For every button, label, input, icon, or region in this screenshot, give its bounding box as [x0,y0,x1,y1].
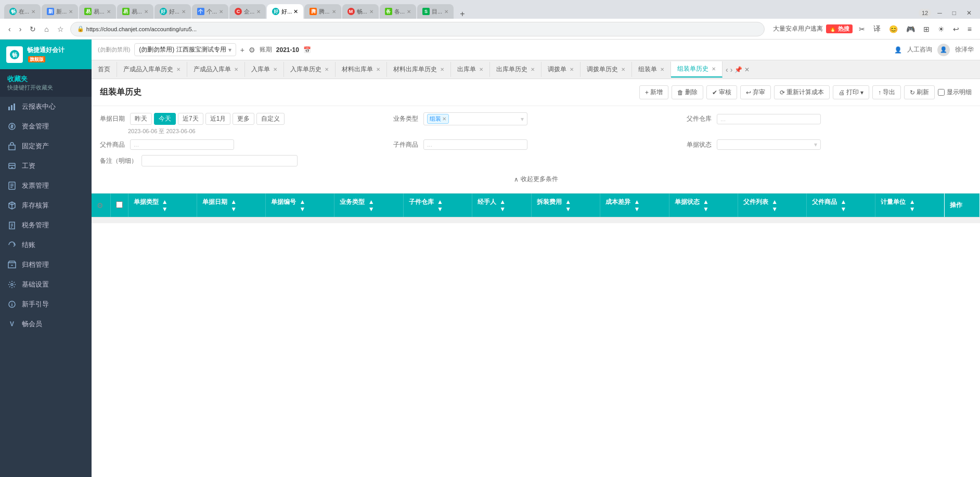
settings-gear-button[interactable]: ⚙ [249,46,255,54]
emoji-tool[interactable]: 😊 [887,23,900,35]
tab-close-2[interactable]: ✕ [234,67,238,72]
translate-tool[interactable]: 译 [871,22,883,36]
maximize-button[interactable]: □ [948,7,960,19]
col-bill-status[interactable]: 单据状态 ▲▼ [669,194,738,217]
sort-icon-parent-goods[interactable]: ▲▼ [840,198,846,213]
browser-tab-11[interactable]: 各 各... ✕ [380,4,416,19]
consultant-label[interactable]: 人工咨询 [907,45,932,54]
parent-warehouse-input[interactable]: ... [717,114,821,124]
browser-tab-2[interactable]: 新 新... ✕ [42,4,78,19]
sort-icon-business-type[interactable]: ▲▼ [368,198,375,213]
tab-close-5[interactable]: ✕ [376,67,380,72]
sidebar-item-report[interactable]: 云报表中心 [0,97,92,117]
company-selector[interactable]: (勿删勿禁用) 江西服宝测试专用 ▾ [134,43,236,56]
browser-tab-6[interactable]: 个 个... ✕ [192,4,228,19]
sort-icon-child-warehouse[interactable]: ▲▼ [437,198,443,213]
tab-close-8[interactable]: ✕ [531,67,535,72]
page-tab-6[interactable]: 材料出库单历史 ✕ [387,62,451,77]
browser-tab-9[interactable]: 腾 腾... ✕ [304,4,341,19]
tab-close-3[interactable]: ✕ [273,67,277,72]
col-parent-list[interactable]: 父件列表 ▲▼ [738,194,806,217]
sort-icon-bill-date[interactable]: ▲▼ [230,198,237,213]
tab-close-4[interactable]: ✕ [325,67,329,72]
delete-button[interactable]: 🗑 删除 [672,85,703,99]
export-button[interactable]: ↑ 导出 [872,85,901,99]
tab-close-3[interactable]: ✕ [107,9,111,15]
notes-input[interactable] [141,155,298,166]
tab-close-4[interactable]: ✕ [144,9,148,15]
show-detail-checkbox[interactable]: 显示明细 [938,88,972,97]
sort-icon-handler[interactable]: ▲▼ [499,198,506,213]
tab-close-12[interactable]: ✕ [712,66,716,72]
browser-tab-4[interactable]: 易 易... ✕ [117,4,153,19]
col-disassembly-cost[interactable]: 拆装费用 ▲▼ [531,194,600,217]
page-tab-9[interactable]: 调拨单 ✕ [541,62,581,77]
page-tab-1[interactable]: 产成品入库单历史 ✕ [117,62,187,77]
sort-icon-unit[interactable]: ▲▼ [909,198,915,213]
sort-icon-disassembly[interactable]: ▲▼ [565,198,571,213]
tab-new-btn[interactable]: + [457,9,468,19]
close-button[interactable]: ✕ [962,7,976,19]
col-cost-diff[interactable]: 成本差异 ▲▼ [600,194,669,217]
tag-close-icon[interactable]: ✕ [442,116,446,122]
tab-close-1[interactable]: ✕ [176,67,180,72]
abandon-button[interactable]: ↩ 弃审 [740,85,771,99]
parent-goods-input[interactable]: ... [130,139,234,150]
sidebar-item-finance[interactable]: 资金管理 [0,117,92,136]
horizontal-scrollbar[interactable] [92,217,980,223]
cut-tool[interactable]: ✂ [857,23,867,35]
page-tab-7[interactable]: 出库单 ✕ [451,62,490,77]
more-date-button[interactable]: 更多 [233,113,254,125]
show-detail-input[interactable] [938,89,945,96]
column-settings-button[interactable]: ⚙ [97,201,104,210]
select-all-checkbox[interactable] [116,201,123,208]
back-button[interactable]: ‹ [6,23,13,35]
home-button[interactable]: ⌂ [42,23,50,35]
sort-icon-bill-status[interactable]: ▲▼ [703,198,709,213]
sidebar-item-invoice[interactable]: 发票管理 [0,176,92,196]
yesterday-button[interactable]: 昨天 [130,113,152,125]
address-bar[interactable]: 🔒 https://cloud.chanjet.com/accounting/u… [70,22,765,36]
tab-close-12[interactable]: ✕ [444,9,448,15]
col-bill-number[interactable]: 单据编号 ▲▼ [266,194,334,217]
col-unit[interactable]: 计量单位 ▲▼ [875,194,944,217]
sort-icon-cost-diff[interactable]: ▲▼ [634,198,640,213]
browser-tab-12[interactable]: S 目... ✕ [417,4,454,19]
page-tab-10[interactable]: 调拨单历史 ✕ [581,62,632,77]
collapse-button[interactable]: ∧ 收起更多条件 [511,172,561,187]
tab-close-9[interactable]: ✕ [570,67,574,72]
print-button[interactable]: 🖨 打印 ▾ [833,85,869,99]
forward-button[interactable]: › [17,23,24,35]
tab-close-11[interactable]: ✕ [407,9,411,15]
page-tab-3[interactable]: 入库单 ✕ [245,62,284,77]
sidebar-item-salary[interactable]: 工资 [0,156,92,176]
sidebar-favorites[interactable]: 收藏夹 快捷键打开收藏夹 [0,69,92,97]
sort-icon-bill-number[interactable]: ▲▼ [299,198,305,213]
col-child-warehouse[interactable]: 子件仓库 ▲▼ [403,194,472,217]
tab-close-11[interactable]: ✕ [660,67,664,72]
refresh-button[interactable]: ↻ 刷新 [904,85,935,99]
tab-close-5[interactable]: ✕ [182,9,186,15]
page-tab-4[interactable]: 入库单历史 ✕ [284,62,336,77]
tab-close-7[interactable]: ✕ [479,67,483,72]
page-tab-8[interactable]: 出库单历史 ✕ [490,62,541,77]
menu-tool[interactable]: ≡ [965,23,974,35]
tab-next-button[interactable]: › [730,66,733,74]
add-button[interactable]: + 新增 [639,85,668,99]
sort-icon-bill-type[interactable]: ▲▼ [162,198,168,213]
page-tab-12[interactable]: 组装单历史 ✕ [671,61,723,78]
history-tool[interactable]: ↩ [951,23,961,35]
page-tab-11[interactable]: 组装单 ✕ [632,62,671,77]
add-company-button[interactable]: + [240,46,244,54]
col-bill-type[interactable]: 单据类型 ▲▼ [128,194,197,217]
browser-tab-10[interactable]: M 畅... ✕ [342,4,379,19]
tab-close-7[interactable]: ✕ [256,9,261,15]
month-button[interactable]: 近1月 [205,113,231,125]
col-bill-date[interactable]: 单据日期 ▲▼ [197,194,265,217]
calendar-icon[interactable]: 📅 [303,46,311,54]
audit-button[interactable]: ✔ 审核 [706,85,737,99]
page-tab-home[interactable]: 首页 [92,62,117,77]
tab-close-6[interactable]: ✕ [219,9,223,15]
sidebar-item-basic[interactable]: 基础设置 [0,275,92,294]
grid-tool[interactable]: ⊞ [921,23,932,35]
